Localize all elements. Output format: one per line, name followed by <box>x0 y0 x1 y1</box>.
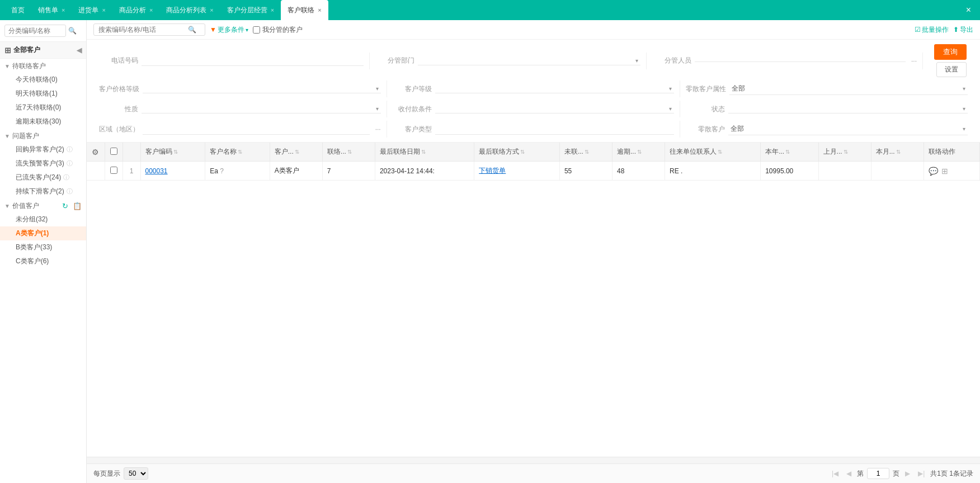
batch-op-button[interactable]: ☑ 批量操作 <box>915 25 949 35</box>
table-header-row: ⚙ 客户编码 ⇅ <box>87 143 980 162</box>
page-size-select[interactable]: 50 <box>124 467 148 480</box>
payment-chevron-icon: ▾ <box>669 106 672 112</box>
search-box-icon[interactable]: 🔍 <box>188 26 196 34</box>
status-select[interactable]: ▾ <box>728 105 968 113</box>
sidebar-item-ungrouped[interactable]: 未分组(32) <box>0 212 86 226</box>
nav-tab-home[interactable]: 首页 <box>4 0 31 20</box>
col-not-contacted-sort[interactable]: ⇅ <box>585 149 589 155</box>
nav-purchase-close[interactable]: × <box>102 7 105 13</box>
problem-arrow: ▼ <box>4 133 10 139</box>
search-input[interactable] <box>98 26 188 34</box>
sidebar-collapse-icon[interactable]: ◀ <box>77 46 82 54</box>
col-last-month-sort[interactable]: ⇅ <box>844 149 848 155</box>
row-last-method[interactable]: 下销货单 <box>479 167 506 174</box>
window-close-button[interactable]: × <box>962 5 976 15</box>
filter-cell-customer-level: 客户等级 ▾ <box>387 80 681 97</box>
sidebar-item-b-class[interactable]: B类客户(33) <box>0 240 86 254</box>
nav-product-analysis-list-close[interactable]: × <box>210 7 213 13</box>
filter-more-btn[interactable]: ▼ 更多条件 ▾ <box>210 25 248 35</box>
area-more-icon[interactable]: ··· <box>375 125 381 133</box>
horizontal-scrollbar[interactable] <box>87 457 980 463</box>
row-checkbox[interactable] <box>110 167 117 174</box>
chat-icon[interactable]: 💬 <box>929 167 938 176</box>
retail-attr-select[interactable]: 全部 ▾ <box>729 83 968 95</box>
filter-my-customer[interactable]: 我分管的客户 <box>253 25 303 35</box>
col-contact-person-sort[interactable]: ⇅ <box>718 149 722 155</box>
advanced-filter: 电话号码 分管部门 ▾ 分管人员 ··· <box>87 40 980 143</box>
sidebar-search-area: 🔍 <box>0 20 86 42</box>
filter-cell-customer-type: 客户类型 <box>387 121 681 138</box>
export-button[interactable]: ⬆ 导出 <box>953 25 973 35</box>
table-row: 1 000031 Ea ? A类客户 7 <box>87 162 980 181</box>
row-code[interactable]: 000031 <box>145 167 168 175</box>
sidebar-item-today-pending[interactable]: 今天待联络(0) <box>0 73 86 87</box>
nav-tab-customer-contact[interactable]: 客户联络 × <box>281 0 328 20</box>
nav-sales-close[interactable]: × <box>62 7 65 13</box>
sidebar-item-7days-pending[interactable]: 近7天待联络(0) <box>0 101 86 115</box>
sidebar-item-declining[interactable]: 持续下滑客户(2) ⓘ <box>0 184 86 198</box>
nature-select[interactable]: ▾ <box>142 105 381 113</box>
value-refresh-icon[interactable]: ↻ <box>62 202 68 210</box>
col-last-contact-method-sort[interactable]: ⇅ <box>520 149 525 155</box>
next-page-button[interactable]: ▶ <box>903 468 912 479</box>
manager-select[interactable] <box>695 59 906 62</box>
payment-select[interactable]: ▾ <box>435 105 675 113</box>
col-this-year: 本年... ⇅ <box>761 143 818 162</box>
col-this-month-sort[interactable]: ⇅ <box>896 149 901 155</box>
sidebar-item-tomorrow-pending[interactable]: 明天待联络(1) <box>0 87 86 101</box>
sidebar-section-pending[interactable]: ▼ 待联络客户 <box>0 59 86 73</box>
col-customer-type-sort[interactable]: ⇅ <box>295 149 299 155</box>
nav-tab-product-analysis[interactable]: 商品分析 × <box>112 0 159 20</box>
query-button[interactable]: 查询 <box>934 44 967 60</box>
sidebar-search-icon[interactable]: 🔍 <box>68 27 77 35</box>
filter-cell-nature: 性质 ▾ <box>93 101 387 117</box>
my-customer-checkbox[interactable] <box>253 26 260 34</box>
col-customer-name-sort[interactable]: ⇅ <box>238 149 242 155</box>
prev-page-button[interactable]: ◀ <box>844 468 854 479</box>
col-last-contact-date-sort[interactable]: ⇅ <box>421 149 426 155</box>
sidebar-section-problem[interactable]: ▼ 问题客户 <box>0 129 86 143</box>
batch-op-icon: ☑ <box>915 26 921 34</box>
sidebar-item-churn-warning[interactable]: 流失预警客户(3) ⓘ <box>0 157 86 171</box>
col-last-contact-date-label: 最后联络日期 <box>380 147 420 157</box>
gear-icon[interactable]: ⚙ <box>92 148 99 157</box>
settings-button[interactable]: 设置 <box>936 62 967 77</box>
filter-cell-dept: 分管部门 ▾ <box>370 53 646 69</box>
customer-level-select[interactable]: ▾ <box>435 84 675 93</box>
sidebar-item-churned[interactable]: 已流失客户(24) ⓘ <box>0 171 86 184</box>
filter-cell-payment: 收付款条件 ▾ <box>387 101 681 117</box>
price-level-select[interactable]: ▾ <box>143 84 381 93</box>
last-page-button[interactable]: ▶| <box>916 468 927 479</box>
phone-input[interactable] <box>142 55 364 66</box>
col-this-year-sort[interactable]: ⇅ <box>785 149 790 155</box>
sidebar-section-value[interactable]: ▼ 价值客户 ↻ 📋 <box>0 198 86 212</box>
nav-product-analysis-close[interactable]: × <box>149 7 153 13</box>
sidebar-item-overdue-pending[interactable]: 逾期未联络(30) <box>0 115 86 129</box>
nav-tab-sales[interactable]: 销售单 × <box>31 0 72 20</box>
nav-tab-product-analysis-list[interactable]: 商品分析列表 × <box>159 0 220 20</box>
row-num-cell: 1 <box>123 162 140 181</box>
customer-type-input[interactable] <box>435 124 675 135</box>
manager-more-icon[interactable]: ··· <box>911 57 917 65</box>
page-input[interactable] <box>867 468 889 479</box>
nav-customer-contact-close[interactable]: × <box>318 7 321 13</box>
area-input[interactable] <box>143 124 370 135</box>
col-overdue-sort[interactable]: ⇅ <box>637 149 642 155</box>
col-customer-code-sort[interactable]: ⇅ <box>173 149 178 155</box>
sidebar-search-input[interactable] <box>4 25 66 37</box>
dept-select[interactable]: ▾ <box>418 56 640 65</box>
nav-product-analysis-label: 商品分析 <box>119 6 146 15</box>
filter-icon: ▼ <box>210 26 216 34</box>
first-page-button[interactable]: |◀ <box>830 468 841 479</box>
sidebar-item-repurchase-abnormal[interactable]: 回购异常客户(2) ⓘ <box>0 143 86 157</box>
nav-tab-customer-segment[interactable]: 客户分层经营 × <box>220 0 281 20</box>
col-contact-count-sort[interactable]: ⇅ <box>347 149 352 155</box>
select-all-checkbox[interactable] <box>110 148 117 155</box>
value-add-icon[interactable]: 📋 <box>73 202 82 210</box>
more-action-icon[interactable]: ⊞ <box>941 167 948 176</box>
retail-customer-select[interactable]: 全部 ▾ <box>728 123 968 135</box>
nav-tab-purchase[interactable]: 进货单 × <box>72 0 112 20</box>
nav-customer-segment-close[interactable]: × <box>271 7 274 13</box>
sidebar-item-a-class[interactable]: A类客户(1) <box>0 226 86 240</box>
sidebar-item-c-class[interactable]: C类客户(6) <box>0 254 86 268</box>
